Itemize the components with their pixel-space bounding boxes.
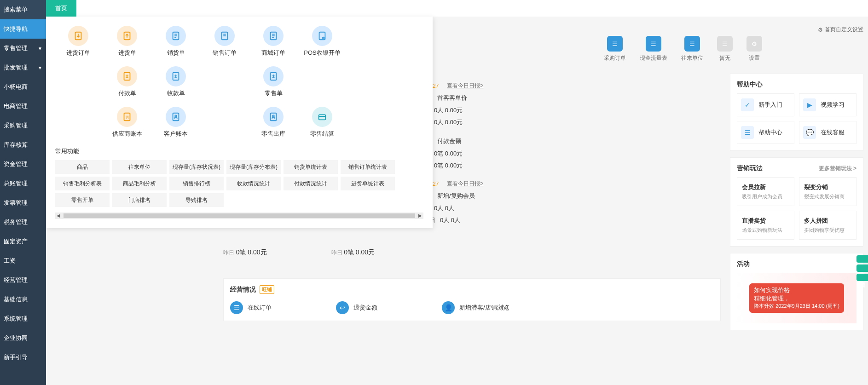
flow-payment[interactable]: 付款单 — [104, 66, 150, 98]
sidebar-item[interactable]: 系统管理 — [0, 309, 46, 328]
sidebar-item[interactable]: 固定资产 — [0, 232, 46, 251]
settlement-icon — [312, 107, 332, 127]
sidebar-item-label: 批发管理 — [4, 63, 28, 72]
scroll-right-icon[interactable]: ▶ — [417, 213, 423, 219]
sidebar-item[interactable]: 库存核算 — [0, 135, 46, 155]
func-button[interactable]: 现存量(库存分布表) — [226, 160, 281, 174]
scroll-left-icon[interactable]: ◀ — [55, 213, 62, 219]
market-title: 会员拉新 — [742, 183, 789, 191]
market-fission[interactable]: 裂变分销裂变式发展分销商 — [799, 177, 856, 206]
sidebar-item[interactable]: 经营管理 — [0, 270, 46, 290]
sidebar-search[interactable]: 搜索菜单 — [0, 0, 46, 19]
func-button[interactable]: 零售开单 — [55, 193, 110, 207]
side-tab-community[interactable]: 服务社区 — [856, 264, 868, 272]
func-button[interactable]: 付款情况统计 — [284, 177, 338, 190]
sidebar-item-label: 快捷导航 — [4, 25, 28, 33]
func-button[interactable]: 往来单位 — [112, 160, 167, 174]
tab-home[interactable]: 首页 — [46, 0, 76, 17]
sidebar-item-label: 零售管理 — [4, 44, 28, 52]
activity-banner[interactable]: 如何实现价格 精细化管理， 降本升效 2022年9月23日 14:00 (周五) — [737, 273, 856, 323]
flow-supplier-ledger[interactable]: 供供应商账本 — [104, 107, 150, 138]
func-button[interactable]: 销售排行榜 — [169, 177, 224, 190]
biz-online-orders[interactable]: ☰在线订单 — [230, 301, 272, 314]
func-button[interactable]: 销售毛利分析表 — [55, 177, 110, 190]
sidebar-item[interactable]: 新手引导 — [0, 348, 46, 367]
pos-icon — [312, 26, 332, 46]
metric-label: 付款金额 — [437, 137, 461, 145]
sidebar-item[interactable]: 发票管理 — [0, 193, 46, 213]
func-button[interactable]: 商品毛利分析 — [112, 177, 167, 190]
horizontal-scrollbar[interactable]: ◀ ▶ — [55, 213, 423, 219]
sidebar-item[interactable]: 企业协同 — [0, 328, 46, 348]
metric-value: 0笔 0.00元 — [434, 149, 463, 158]
shortcut-label: 采购订单 — [604, 54, 626, 62]
sidebar-item-retail[interactable]: 零售管理 ▼ — [0, 39, 46, 58]
func-button[interactable]: 现存量(库存状况表) — [169, 160, 224, 174]
help-video[interactable]: ▶视频学习 — [799, 93, 856, 116]
sidebar-item-label: 工资 — [4, 257, 16, 265]
side-tab-desktop[interactable]: 桌面快捷 — [856, 274, 868, 281]
shortcut-cashflow[interactable]: ☰现金流量表 — [640, 36, 667, 62]
activity-card: 活动 如何实现价格 精细化管理， 降本升效 2022年9月23日 14:00 (… — [730, 253, 863, 330]
sidebar-item-label: 小畅电商 — [4, 83, 28, 91]
flow-purchase-bill[interactable]: 进货单 — [104, 26, 150, 57]
sidebar-item[interactable]: 总账管理 — [0, 174, 46, 193]
flow-retail-out[interactable]: 零售出库 — [250, 107, 296, 138]
help-online[interactable]: 💬在线客服 — [799, 121, 856, 144]
help-newbie[interactable]: ✓新手入门 — [737, 93, 794, 116]
side-tab-hotline[interactable]: 客服热线 — [856, 255, 868, 263]
flow-retail-bill[interactable]: 零售单 — [250, 66, 296, 98]
help-center[interactable]: ☰帮助中心 — [737, 121, 794, 144]
sidebar-item-quicknav[interactable]: 快捷导航 — [0, 19, 46, 39]
market-live[interactable]: 直播卖货场景式购物新玩法 — [737, 211, 794, 240]
flow-label: 进货单 — [118, 49, 136, 57]
flow-label: 进货订单 — [66, 49, 90, 57]
flow-pos[interactable]: POS收银开单 — [299, 26, 345, 57]
flow-sales-order[interactable]: 销售订单 — [202, 26, 248, 57]
document-icon: ☰ — [741, 126, 754, 139]
flow-retail-settle[interactable]: 零售结算 — [299, 107, 345, 138]
shortcut-contacts[interactable]: ☰往来单位 — [681, 36, 703, 62]
func-button[interactable]: 销货单统计表 — [284, 160, 338, 174]
sidebar-item[interactable]: 工资 — [0, 251, 46, 270]
sidebar-item[interactable]: 采购管理 — [0, 116, 46, 135]
market-group[interactable]: 多人拼团拼团购物享受优惠 — [799, 211, 856, 240]
func-button[interactable]: 销售订单统计表 — [341, 160, 395, 174]
market-sub: 吸引用户成为会员 — [742, 193, 789, 200]
document-icon — [214, 26, 235, 46]
flow-sales-bill[interactable]: 销货单 — [153, 26, 199, 57]
daily-report-link[interactable]: 查看今日日报> — [447, 82, 483, 90]
sidebar-item-label: 库存核算 — [4, 141, 28, 149]
sidebar-item-wholesale[interactable]: 批发管理 ▼ — [0, 58, 46, 77]
sidebar-item[interactable]: 税务管理 — [0, 213, 46, 232]
flow-mall-order[interactable]: 商城订单 — [250, 26, 296, 57]
sidebar-item[interactable]: 基础信息 — [0, 290, 46, 309]
flow-label: 零售结算 — [310, 130, 334, 138]
func-button[interactable]: 导购排名 — [169, 193, 224, 207]
sidebar-item[interactable]: 小畅电商 — [0, 77, 46, 97]
func-button[interactable]: 商品 — [55, 160, 110, 174]
shortcut-purchase-order[interactable]: ☰采购订单 — [604, 36, 626, 62]
metric-value: 0笔 0.00元 — [434, 161, 463, 170]
money-icon — [263, 66, 284, 86]
func-button[interactable]: 收款情况统计 — [226, 177, 281, 190]
flow-label: 销货单 — [167, 49, 185, 57]
sidebar-item[interactable]: 电商管理 — [0, 97, 46, 116]
more-link[interactable]: 更多营销玩法 > — [819, 165, 856, 172]
market-member[interactable]: 会员拉新吸引用户成为会员 — [737, 177, 794, 206]
flow-customer-ledger[interactable]: 客户账本 — [153, 107, 199, 138]
func-button[interactable]: 进货单统计表 — [341, 177, 395, 190]
flow-label: 零售单 — [265, 89, 283, 98]
marketing-card: 营销玩法 更多营销玩法 > 会员拉新吸引用户成为会员 裂变分销裂变式发展分销商 … — [730, 157, 863, 247]
sidebar-item-label: 总账管理 — [4, 179, 28, 188]
daily-report-link[interactable]: 查看今日日报> — [447, 180, 483, 188]
flow-receipt[interactable]: 收款单 — [153, 66, 199, 98]
func-button[interactable]: 门店排名 — [112, 193, 167, 207]
biz-newleads[interactable]: 👤新增潜客/店铺浏览 — [442, 301, 509, 314]
side-tabs: 客服热线 服务社区 桌面快捷 — [856, 255, 868, 283]
scroll-thumb[interactable] — [64, 213, 415, 218]
flow-purchase-order[interactable]: 进货订单 — [55, 26, 101, 57]
biz-refund[interactable]: ↩退货金额 — [336, 301, 377, 314]
banner-text: 降本升效 — [754, 303, 774, 309]
sidebar-item[interactable]: 资金管理 — [0, 155, 46, 174]
